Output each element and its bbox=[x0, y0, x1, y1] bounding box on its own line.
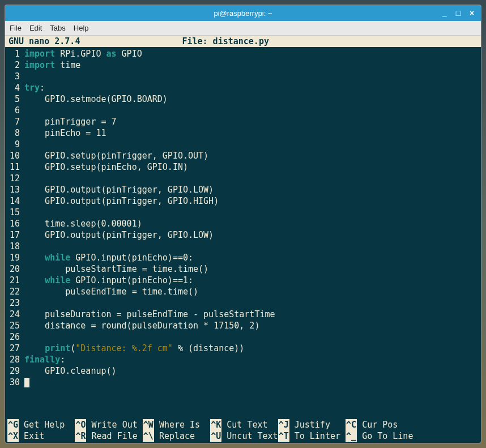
code-editor[interactable]: 1import RPi.GPIO as GPIO 2import time 3 … bbox=[5, 47, 481, 419]
shortcut-label-replace: Replace bbox=[154, 430, 210, 442]
line-number: 2 bbox=[5, 59, 22, 71]
code-line[interactable]: while GPIO.input(pinEcho)==1: bbox=[22, 275, 481, 286]
shortcut-key-read-file[interactable]: ^R bbox=[75, 430, 86, 442]
nano-shortcut-bar: ^G Get Help ^O Write Out ^W Where Is ^K … bbox=[5, 419, 481, 443]
code-line[interactable]: GPIO.output(pinTrigger, GPIO.LOW) bbox=[22, 229, 481, 241]
line-number: 7 bbox=[5, 116, 22, 127]
maximize-button[interactable]: □ bbox=[451, 5, 465, 21]
line-number: 15 bbox=[5, 207, 22, 218]
shortcut-key-where-is[interactable]: ^W bbox=[143, 419, 154, 430]
window-title: pi@raspberrypi: ~ bbox=[214, 9, 272, 18]
window-controls: _ □ × bbox=[438, 5, 479, 21]
line-number: 14 bbox=[5, 195, 22, 207]
code-line[interactable]: GPIO.cleanup() bbox=[22, 365, 481, 377]
line-number: 5 bbox=[5, 93, 22, 105]
line-number: 18 bbox=[5, 241, 22, 252]
line-number: 28 bbox=[5, 354, 22, 365]
code-line[interactable]: pulseDuration = pulseEndTime - pulseStar… bbox=[22, 309, 481, 320]
window-titlebar[interactable]: pi@raspberrypi: ~ _ □ × bbox=[5, 5, 481, 21]
line-number: 19 bbox=[5, 252, 22, 263]
code-line[interactable]: pulseEndTime = time.time() bbox=[22, 286, 481, 297]
cursor bbox=[24, 378, 29, 387]
code-line[interactable]: finally: bbox=[22, 354, 481, 365]
code-line[interactable] bbox=[22, 105, 481, 116]
line-number: 1 bbox=[5, 48, 22, 59]
nano-file-label: File: distance.py bbox=[182, 36, 269, 46]
shortcut-label-uncut: Uncut Text bbox=[221, 430, 278, 442]
code-line[interactable]: GPIO.setup(pinTrigger, GPIO.OUT) bbox=[22, 150, 481, 161]
shortcut-label-read-file: Read File bbox=[86, 430, 142, 442]
shortcut-label-justify: Justify bbox=[289, 419, 346, 430]
shortcut-label-write-out: Write Out bbox=[86, 419, 142, 430]
close-button[interactable]: × bbox=[465, 5, 479, 21]
minimize-button[interactable]: _ bbox=[438, 5, 451, 21]
code-line[interactable]: GPIO.output(pinTrigger, GPIO.HIGH) bbox=[22, 195, 481, 207]
nano-version: GNU nano 2.7.4 bbox=[8, 36, 80, 46]
code-line[interactable] bbox=[22, 173, 481, 184]
code-line[interactable] bbox=[22, 139, 481, 150]
code-line[interactable]: GPIO.output(pinTrigger, GPIO.LOW) bbox=[22, 184, 481, 195]
shortcut-label-goto: Go To Line bbox=[357, 430, 413, 442]
code-line[interactable]: pulseStartTime = time.time() bbox=[22, 263, 481, 275]
line-number: 22 bbox=[5, 286, 22, 297]
line-number: 4 bbox=[5, 82, 22, 93]
shortcut-key-exit[interactable]: ^X bbox=[7, 430, 19, 442]
line-number: 25 bbox=[5, 320, 22, 331]
line-number: 21 bbox=[5, 275, 22, 286]
code-line[interactable]: time.sleep(0.00001) bbox=[22, 218, 481, 229]
menu-edit[interactable]: Edit bbox=[29, 24, 42, 32]
shortcut-key-replace[interactable]: ^\ bbox=[143, 430, 154, 442]
shortcut-label-cut: Cut Text bbox=[221, 419, 278, 430]
code-line[interactable]: GPIO.setup(pinEcho, GPIO.IN) bbox=[22, 161, 481, 173]
code-line[interactable] bbox=[22, 207, 481, 218]
shortcut-key-get-help[interactable]: ^G bbox=[7, 419, 19, 430]
code-line[interactable]: print("Distance: %.2f cm" % (distance)) bbox=[22, 343, 481, 354]
terminal-window: pi@raspberrypi: ~ _ □ × File Edit Tabs H… bbox=[5, 5, 481, 443]
shortcut-label-cur-pos: Cur Pos bbox=[357, 419, 398, 430]
line-number: 13 bbox=[5, 184, 22, 195]
nano-statusbar: GNU nano 2.7.4 File: distance.py bbox=[5, 36, 481, 47]
line-number: 9 bbox=[5, 139, 22, 150]
line-number: 6 bbox=[5, 105, 22, 116]
code-line[interactable]: try: bbox=[22, 82, 481, 93]
line-number: 30 bbox=[5, 377, 22, 388]
line-number: 20 bbox=[5, 263, 22, 275]
shortcut-key-linter[interactable]: ^T bbox=[278, 430, 289, 442]
code-line[interactable] bbox=[22, 297, 481, 309]
code-line[interactable]: while GPIO.input(pinEcho)==0: bbox=[22, 252, 481, 263]
line-number: 11 bbox=[5, 161, 22, 173]
shortcut-label-linter: To Linter bbox=[289, 430, 346, 442]
menu-file[interactable]: File bbox=[10, 24, 22, 32]
code-line[interactable] bbox=[22, 331, 481, 343]
code-line[interactable]: pinTrigger = 7 bbox=[22, 116, 481, 127]
line-number: 3 bbox=[5, 71, 22, 82]
shortcut-key-justify[interactable]: ^J bbox=[278, 419, 289, 430]
line-number: 17 bbox=[5, 229, 22, 241]
shortcut-key-uncut[interactable]: ^U bbox=[210, 430, 221, 442]
shortcut-label-exit: Exit bbox=[19, 430, 75, 442]
line-number: 10 bbox=[5, 150, 22, 161]
menu-help[interactable]: Help bbox=[74, 24, 89, 32]
shortcut-key-goto[interactable]: ^_ bbox=[346, 430, 357, 442]
line-number: 27 bbox=[5, 343, 22, 354]
shortcut-key-cur-pos[interactable]: ^C bbox=[346, 419, 357, 430]
shortcut-label-get-help: Get Help bbox=[19, 419, 75, 430]
code-line[interactable]: pinEcho = 11 bbox=[22, 127, 481, 139]
code-line[interactable]: import RPi.GPIO as GPIO bbox=[22, 48, 481, 59]
code-line[interactable] bbox=[22, 241, 481, 252]
code-line[interactable]: distance = round(pulseDuration * 17150, … bbox=[22, 320, 481, 331]
menubar: File Edit Tabs Help bbox=[5, 21, 481, 36]
terminal-area[interactable]: GNU nano 2.7.4 File: distance.py 1import… bbox=[5, 36, 481, 443]
line-number: 26 bbox=[5, 331, 22, 343]
line-number: 8 bbox=[5, 127, 22, 139]
menu-tabs[interactable]: Tabs bbox=[50, 24, 65, 32]
line-number: 12 bbox=[5, 173, 22, 184]
line-number: 23 bbox=[5, 297, 22, 309]
line-number: 16 bbox=[5, 218, 22, 229]
code-line[interactable]: import time bbox=[22, 59, 481, 71]
code-line[interactable] bbox=[22, 377, 481, 388]
shortcut-key-cut[interactable]: ^K bbox=[210, 419, 221, 430]
code-line[interactable] bbox=[22, 71, 481, 82]
code-line[interactable]: GPIO.setmode(GPIO.BOARD) bbox=[22, 93, 481, 105]
shortcut-key-write-out[interactable]: ^O bbox=[75, 419, 86, 430]
